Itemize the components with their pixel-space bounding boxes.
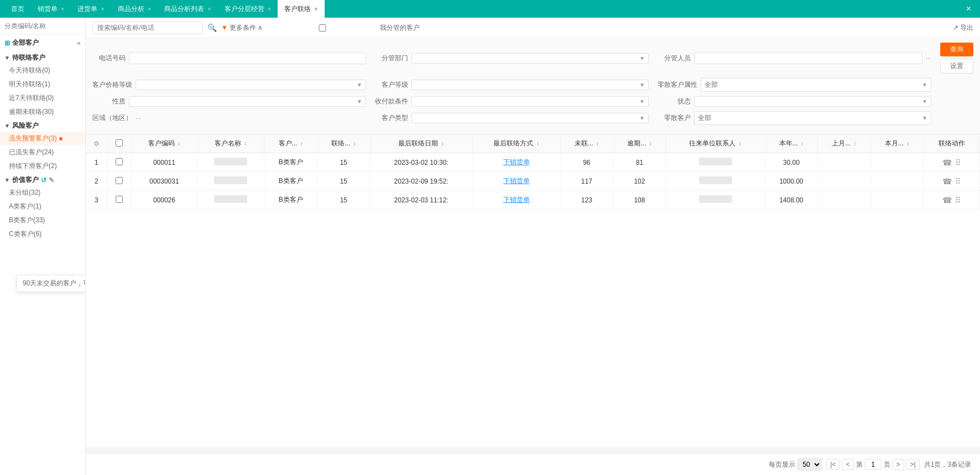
filter-phone-input[interactable] (129, 52, 366, 64)
sidebar-item-class-a[interactable]: A类客户(1) (0, 200, 85, 213)
retail-arrow: ▼ (922, 115, 927, 121)
col-contact-person[interactable]: 往来单位联系人 ↕ (666, 134, 765, 153)
next-page-button[interactable]: > (893, 459, 904, 470)
col-overdue[interactable]: 逾期... ↕ (613, 134, 666, 153)
nav-purchase[interactable]: 进货单 × (71, 0, 111, 18)
filter-payment-dropdown[interactable]: ▼ (411, 96, 649, 107)
nav-customer-contact[interactable]: 客户联络 × (278, 0, 324, 18)
filter-retail-dropdown[interactable]: 全部 ▼ (694, 111, 931, 125)
col-last-method[interactable]: 最后联络方式 ↕ (472, 134, 560, 153)
my-customers-label[interactable]: 我分管的客户 (267, 23, 420, 33)
sidebar-item-overdue[interactable]: 逾期未联络(30) (0, 105, 85, 119)
search-button[interactable]: 🔍 (207, 23, 217, 32)
export-button[interactable]: ↗ 导出 (953, 23, 973, 33)
close-product-analysis[interactable]: × (148, 6, 151, 12)
close-customer-stratify[interactable]: × (268, 6, 271, 12)
row2-this-year: 1000.00 (765, 172, 818, 191)
close-purchase[interactable]: × (101, 6, 104, 12)
sidebar-item-today[interactable]: 今天待联络(0) (0, 64, 85, 77)
filter-dept-dropdown[interactable]: ▼ (411, 53, 649, 64)
row2-action-phone-icon[interactable]: ☎ (942, 177, 952, 186)
sidebar-item-churned[interactable]: 已流失客户(24) (0, 145, 85, 159)
sidebar-item-7days[interactable]: 近7天待联络(0) (0, 91, 85, 105)
settings-button[interactable]: 设置 (940, 59, 973, 74)
row3-checkbox[interactable] (107, 191, 131, 210)
filter-phone: 电话号码 (92, 52, 366, 64)
row1-last-method[interactable]: 下销货单 (472, 153, 560, 172)
nav-customer-stratify[interactable]: 客户分层经营 × (218, 0, 278, 18)
per-page-select[interactable]: 50 (797, 458, 822, 471)
prev-page-button[interactable]: < (842, 459, 853, 470)
manager-dots[interactable]: ··· (926, 54, 931, 62)
filter-status-label: 状态 (658, 97, 691, 106)
sidebar-item-declining[interactable]: 持续下滑客户(2) (0, 159, 85, 173)
col-this-year[interactable]: 本年... ↕ (765, 134, 818, 153)
close-customer-contact[interactable]: × (314, 6, 317, 12)
sidebar-group-value[interactable]: ▼ 价值客户 ↺ ✎ (0, 173, 85, 186)
close-product-list[interactable]: × (207, 6, 211, 12)
col-checkbox[interactable] (107, 134, 131, 153)
nav-product-analysis[interactable]: 商品分析 × (111, 0, 158, 18)
search-input[interactable] (92, 21, 203, 34)
close-sales[interactable]: × (61, 6, 64, 12)
row3-action-more-icon[interactable]: ⠿ (955, 196, 961, 205)
my-customers-checkbox[interactable] (267, 24, 378, 32)
sidebar-item-churn-warning[interactable]: 流失预警客户(3) (0, 132, 85, 145)
row2-checkbox[interactable] (107, 172, 131, 191)
filter-price-grade: 客户价格等级 ▼ (92, 80, 366, 90)
filter-nature-dropdown[interactable]: ▼ (129, 96, 366, 107)
refresh-value-icon[interactable]: ↺ (41, 176, 46, 184)
horizontal-scrollbar[interactable] (86, 447, 980, 453)
filter-manager-input[interactable] (694, 52, 922, 64)
col-name[interactable]: 客户名称 ↕ (197, 134, 264, 153)
filter-retail-attr-label: 零散客户属性 (658, 80, 697, 90)
col-contact-count[interactable]: 联络... ↕ (317, 134, 371, 153)
row3-last-method[interactable]: 下销货单 (472, 191, 560, 210)
col-last-month[interactable]: 上月... ↕ (818, 134, 871, 153)
window-close[interactable]: × (962, 4, 976, 14)
sidebar-item-ungrouped[interactable]: 未分组(32) (0, 186, 85, 200)
filter-customer-type-dropdown[interactable]: ▼ (411, 113, 649, 123)
col-this-month[interactable]: 本月... ↕ (870, 134, 924, 153)
sidebar-group-pending[interactable]: ▼ 待联络客户 (0, 51, 85, 64)
filter-dept: 分管部门 ▼ (375, 53, 649, 64)
col-no-contact[interactable]: 未联... ↕ (560, 134, 613, 153)
filter-price-grade-dropdown[interactable]: ▼ (135, 80, 366, 90)
filter-status-dropdown[interactable]: ▼ (694, 96, 931, 107)
filter-retail-attr-dropdown[interactable]: 全部 ▼ (701, 78, 931, 92)
row2-last-method[interactable]: 下销货单 (472, 172, 560, 191)
expand-risk-icon: ▼ (4, 123, 10, 129)
sidebar-all-customers[interactable]: ⊞ 全部客户 « (0, 35, 85, 51)
col-code[interactable]: 客户编码 ↕ (131, 134, 197, 153)
query-button[interactable]: 查询 (940, 43, 973, 56)
row2-action-more-icon[interactable]: ⠿ (955, 177, 961, 186)
nav-sales[interactable]: 销货单 × (31, 0, 71, 18)
sidebar-item-class-c[interactable]: C类客户(6) (0, 227, 85, 241)
row1-checkbox[interactable] (107, 153, 131, 172)
select-all-checkbox[interactable] (116, 139, 123, 147)
col-settings[interactable]: ⚙ (86, 134, 107, 153)
sidebar-group-risk[interactable]: ▼ 风险客户 (0, 119, 85, 132)
row1-action-more-icon[interactable]: ⠿ (955, 158, 961, 167)
row2-select[interactable] (116, 177, 123, 184)
row1-select[interactable] (116, 158, 123, 165)
nav-home[interactable]: 首页 (4, 0, 31, 18)
filter-button[interactable]: ▼ 更多条件 ∧ (221, 23, 263, 33)
page-number-input[interactable] (865, 459, 882, 470)
sidebar-item-class-b[interactable]: B类客户(33) (0, 213, 85, 227)
collapse-icon[interactable]: « (77, 39, 81, 47)
first-page-button[interactable]: |< (826, 459, 840, 470)
col-last-date[interactable]: 最后联络日期 ↕ (370, 134, 472, 153)
row3-select[interactable] (116, 196, 123, 203)
nav-product-list[interactable]: 商品分析列表 × (158, 0, 217, 18)
filter-customer-grade-dropdown[interactable]: ▼ (411, 80, 649, 90)
sidebar-item-tomorrow[interactable]: 明天待联络(1) (0, 77, 85, 91)
row3-action-phone-icon[interactable]: ☎ (942, 196, 952, 205)
last-page-button[interactable]: >| (906, 459, 920, 470)
filter-price-grade-label: 客户价格等级 (92, 80, 132, 90)
col-type[interactable]: 客户... ↕ (264, 134, 317, 153)
region-dots[interactable]: ··· (135, 114, 366, 122)
row1-action-phone-icon[interactable]: ☎ (942, 158, 952, 167)
edit-value-icon[interactable]: ✎ (49, 176, 54, 184)
sidebar-search-input[interactable] (4, 22, 86, 30)
